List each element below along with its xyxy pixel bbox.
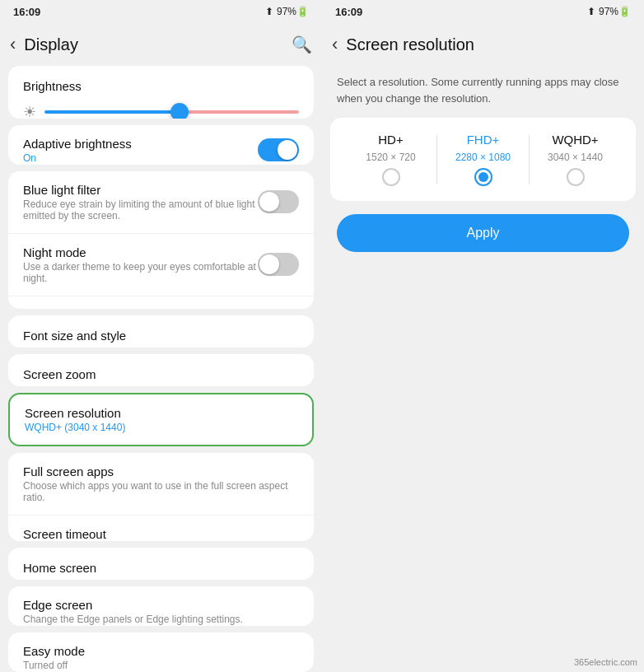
fhd-name: FHD+ bbox=[467, 133, 500, 147]
hd-name: HD+ bbox=[378, 133, 403, 147]
easy-mode-item[interactable]: Easy mode Turned off bbox=[8, 632, 314, 672]
sun-icon: ☀ bbox=[23, 103, 36, 119]
right-battery-text: 97%🔋 bbox=[599, 6, 631, 17]
screen-zoom-title: Screen zoom bbox=[23, 367, 299, 381]
resolution-description: Select a resolution. Some currently runn… bbox=[322, 66, 644, 118]
display-options-card: Blue light filter Reduce eye strain by l… bbox=[8, 171, 314, 310]
right-back-button[interactable]: ‹ bbox=[332, 34, 338, 55]
screen-resolution-subtitle: WQHD+ (3040 x 1440) bbox=[25, 422, 297, 433]
right-signal-icon: ⬆ bbox=[587, 6, 595, 17]
left-top-nav: ‹ Display 🔍 bbox=[0, 23, 322, 66]
blue-light-filter-item[interactable]: Blue light filter Reduce eye strain by l… bbox=[8, 171, 314, 234]
right-status-icons: ⬆ 97%🔋 bbox=[587, 6, 631, 17]
right-status-bar: 16:09 ⬆ 97%🔋 bbox=[322, 0, 644, 23]
blue-light-title: Blue light filter bbox=[23, 183, 258, 197]
easy-mode-title: Easy mode bbox=[23, 644, 299, 658]
screen-resolution-title: Screen resolution bbox=[25, 406, 297, 420]
edge-screen-card[interactable]: Edge screen Change the Edge panels or Ed… bbox=[8, 586, 314, 626]
screen-mode-title: Screen mode bbox=[23, 308, 299, 310]
adaptive-brightness-subtitle: On bbox=[23, 152, 258, 164]
left-page-title: Display bbox=[24, 35, 292, 54]
screen-timeout-text: Screen timeout After 10 minutes of inact… bbox=[23, 527, 299, 542]
edge-screen-subtitle: Change the Edge panels or Edge lighting … bbox=[23, 614, 299, 625]
left-search-button[interactable]: 🔍 bbox=[292, 35, 312, 54]
right-panel: 16:09 ⬆ 97%🔋 ‹ Screen resolution Select … bbox=[322, 0, 644, 672]
night-mode-subtitle: Use a darker theme to keep your eyes com… bbox=[23, 261, 258, 284]
blue-light-subtitle: Reduce eye strain by limiting the amount… bbox=[23, 198, 258, 222]
screen-zoom-item[interactable]: Screen zoom bbox=[8, 354, 314, 386]
edge-screen-item[interactable]: Edge screen Change the Edge panels or Ed… bbox=[8, 586, 314, 626]
adaptive-brightness-text: Adaptive brightness On bbox=[23, 137, 258, 164]
screen-zoom-card[interactable]: Screen zoom bbox=[8, 354, 314, 386]
brightness-row: ☀ bbox=[23, 103, 299, 119]
night-mode-item[interactable]: Night mode Use a darker theme to keep yo… bbox=[8, 234, 314, 296]
font-size-item[interactable]: Font size and style bbox=[8, 315, 314, 348]
blue-light-text: Blue light filter Reduce eye strain by l… bbox=[23, 183, 258, 222]
home-screen-title: Home screen bbox=[23, 561, 299, 575]
hd-pixels: 1520 × 720 bbox=[366, 152, 415, 163]
font-size-title: Font size and style bbox=[23, 329, 299, 343]
fhd-radio[interactable] bbox=[474, 168, 492, 186]
left-time: 16:09 bbox=[13, 6, 40, 18]
fhd-pixels: 2280 × 1080 bbox=[455, 152, 511, 163]
resolution-option-wqhd[interactable]: WQHD+ 3040 × 1440 bbox=[530, 133, 621, 186]
brightness-slider[interactable] bbox=[44, 104, 299, 119]
hd-radio[interactable] bbox=[382, 168, 400, 186]
right-top-nav: ‹ Screen resolution bbox=[322, 23, 644, 66]
adaptive-brightness-card: Adaptive brightness On bbox=[8, 125, 314, 165]
night-mode-thumb bbox=[259, 254, 279, 274]
easy-mode-text: Easy mode Turned off bbox=[23, 644, 299, 671]
adaptive-brightness-item[interactable]: Adaptive brightness On bbox=[8, 125, 314, 165]
home-screen-item[interactable]: Home screen bbox=[8, 548, 314, 580]
easy-mode-card[interactable]: Easy mode Turned off bbox=[8, 632, 314, 672]
edge-screen-title: Edge screen bbox=[23, 598, 299, 612]
wqhd-radio[interactable] bbox=[567, 168, 585, 186]
screen-mode-item[interactable]: Screen mode Natural bbox=[8, 296, 314, 310]
wqhd-pixels: 3040 × 1440 bbox=[548, 152, 603, 163]
font-size-card[interactable]: Font size and style bbox=[8, 315, 314, 348]
left-panel: 16:09 ⬆ 97%🔋 ‹ Display 🔍 Brightness ☀ bbox=[0, 0, 322, 672]
full-screen-apps-subtitle: Choose which apps you want to use in the… bbox=[23, 480, 299, 503]
left-settings-list: Brightness ☀ Adaptive brightness On bbox=[0, 66, 322, 672]
easy-mode-subtitle: Turned off bbox=[23, 660, 299, 671]
night-mode-title: Night mode bbox=[23, 245, 258, 259]
full-screen-card: Full screen apps Choose which apps you w… bbox=[8, 453, 314, 542]
resolution-option-fhd[interactable]: FHD+ 2280 × 1080 bbox=[437, 133, 529, 186]
resolution-option-hd[interactable]: HD+ 1520 × 720 bbox=[345, 133, 436, 186]
full-screen-apps-title: Full screen apps bbox=[23, 464, 299, 478]
screen-resolution-card[interactable]: Screen resolution WQHD+ (3040 x 1440) bbox=[8, 393, 314, 446]
full-screen-apps-item[interactable]: Full screen apps Choose which apps you w… bbox=[8, 453, 314, 516]
left-signal-icon: ⬆ bbox=[265, 6, 273, 17]
right-page-title: Screen resolution bbox=[346, 35, 634, 54]
slider-thumb bbox=[170, 103, 189, 119]
wqhd-name: WQHD+ bbox=[552, 133, 598, 147]
right-time: 16:09 bbox=[335, 6, 362, 18]
home-screen-card[interactable]: Home screen bbox=[8, 548, 314, 580]
left-battery-text: 97%🔋 bbox=[277, 6, 309, 17]
apply-button-container: Apply bbox=[322, 201, 644, 252]
adaptive-brightness-toggle[interactable] bbox=[258, 138, 299, 161]
watermark: 365electric.com bbox=[574, 657, 637, 667]
brightness-card: Brightness ☀ bbox=[8, 66, 314, 119]
screen-timeout-item[interactable]: Screen timeout After 10 minutes of inact… bbox=[8, 516, 314, 542]
fhd-radio-inner bbox=[478, 172, 488, 182]
full-screen-apps-text: Full screen apps Choose which apps you w… bbox=[23, 464, 299, 503]
screen-mode-text: Screen mode Natural bbox=[23, 308, 299, 310]
adaptive-brightness-title: Adaptive brightness bbox=[23, 137, 258, 151]
edge-screen-text: Edge screen Change the Edge panels or Ed… bbox=[23, 598, 299, 625]
blue-light-toggle[interactable] bbox=[258, 190, 299, 213]
toggle-thumb bbox=[278, 140, 297, 160]
slider-track bbox=[44, 110, 299, 114]
screen-resolution-item[interactable]: Screen resolution WQHD+ (3040 x 1440) bbox=[10, 394, 312, 445]
left-status-icons: ⬆ 97%🔋 bbox=[265, 6, 309, 17]
apply-button[interactable]: Apply bbox=[337, 214, 629, 252]
left-back-button[interactable]: ‹ bbox=[10, 34, 16, 55]
resolution-options-card: HD+ 1520 × 720 FHD+ 2280 × 1080 WQHD+ 30… bbox=[330, 118, 636, 201]
night-mode-toggle[interactable] bbox=[258, 253, 299, 276]
night-mode-text: Night mode Use a darker theme to keep yo… bbox=[23, 245, 258, 284]
brightness-label: Brightness bbox=[23, 79, 299, 93]
left-status-bar: 16:09 ⬆ 97%🔋 bbox=[0, 0, 322, 23]
blue-light-thumb bbox=[259, 192, 279, 212]
screen-timeout-title: Screen timeout bbox=[23, 527, 299, 541]
